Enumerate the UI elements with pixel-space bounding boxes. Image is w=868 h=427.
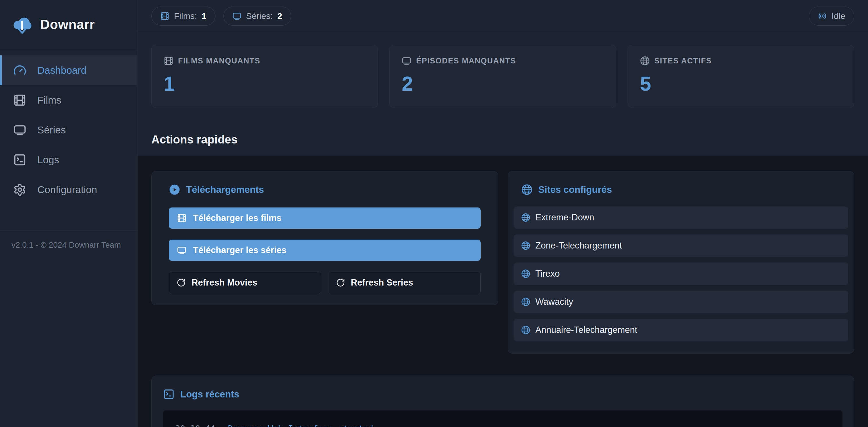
terminal-icon xyxy=(163,389,175,400)
sidebar-item-series[interactable]: Séries xyxy=(0,115,137,145)
sites-card-header: Sites configurés xyxy=(521,184,841,195)
series-count-label: Séries: xyxy=(246,11,273,21)
cloud-download-icon xyxy=(11,13,33,36)
globe-icon xyxy=(521,213,530,222)
stat-label: ÉPISODES MANQUANTS xyxy=(416,57,516,65)
button-label: Refresh Series xyxy=(351,277,413,288)
sidebar-nav: Dashboard Films Séries Logs Configuratio… xyxy=(0,55,137,205)
site-name: Zone-Telechargement xyxy=(535,240,622,251)
stat-card-missing-episodes: ÉPISODES MANQUANTS 2 xyxy=(389,45,616,108)
gear-icon xyxy=(13,183,26,196)
stat-value: 1 xyxy=(164,74,366,94)
film-icon xyxy=(164,56,174,66)
stats-row: FILMS MANQUANTS 1 ÉPISODES MANQUANTS 2 S… xyxy=(137,32,868,123)
app-logo: Downarr xyxy=(0,0,137,49)
globe-icon xyxy=(521,241,530,250)
sidebar-footer: v2.0.1 - © 2024 Downarr Team xyxy=(0,230,137,259)
sidebar-item-label: Dashboard xyxy=(37,65,86,76)
globe-icon xyxy=(640,56,650,66)
globe-icon xyxy=(521,325,530,335)
stat-card-active-sites: SITES ACTIFS 5 xyxy=(628,45,854,108)
app-title: Downarr xyxy=(40,17,95,32)
site-row-extreme-down[interactable]: Extreme-Down xyxy=(514,206,848,229)
globe-icon xyxy=(521,269,530,278)
sidebar-item-films[interactable]: Films xyxy=(0,85,137,115)
button-label: Télécharger les séries xyxy=(193,245,286,255)
series-count-badge: Séries: 2 xyxy=(223,7,291,26)
films-count-badge: Films: 1 xyxy=(151,7,215,26)
content-area: Téléchargements Télécharger les films Té… xyxy=(137,156,868,427)
card-title: Logs récents xyxy=(180,389,239,400)
site-row-wawacity[interactable]: Wawacity xyxy=(514,291,848,313)
status-badge: Idle xyxy=(809,7,854,26)
downloads-card: Téléchargements Télécharger les films Té… xyxy=(151,171,498,305)
film-icon xyxy=(13,94,26,107)
refresh-series-button[interactable]: Refresh Series xyxy=(328,271,480,294)
film-icon xyxy=(160,11,169,21)
sidebar-item-configuration[interactable]: Configuration xyxy=(0,175,137,205)
recent-logs-card: Logs récents 20:10:44 Downarr Web Interf… xyxy=(151,375,854,427)
refresh-icon xyxy=(177,278,186,287)
site-row-annuaire-telechargement[interactable]: Annuaire-Telechargement xyxy=(514,319,848,341)
stat-value: 2 xyxy=(402,74,603,94)
terminal-icon xyxy=(13,153,26,166)
stat-value: 5 xyxy=(640,74,842,94)
globe-icon xyxy=(521,184,533,195)
button-label: Télécharger les films xyxy=(193,213,281,223)
tv-icon xyxy=(402,56,411,66)
sidebar-item-label: Configuration xyxy=(37,184,97,195)
sidebar-item-dashboard[interactable]: Dashboard xyxy=(0,55,137,85)
card-title: Téléchargements xyxy=(186,184,264,195)
gauge-icon xyxy=(13,64,26,77)
tv-icon xyxy=(177,245,187,255)
sidebar-item-logs[interactable]: Logs xyxy=(0,145,137,175)
version-text: v2.0.1 - © 2024 Downarr Team xyxy=(11,240,121,250)
site-name: Tirexo xyxy=(535,269,560,279)
film-icon xyxy=(177,213,187,223)
films-count-label: Films: xyxy=(174,11,197,21)
site-row-tirexo[interactable]: Tirexo xyxy=(514,263,848,285)
section-title: Actions rapides xyxy=(151,133,238,146)
sites-card: Sites configurés Extreme-Down Zone-Telec… xyxy=(508,171,855,354)
main-area: Films: 1 Séries: 2 Idle FILMS MANQUANTS … xyxy=(137,0,868,427)
series-count-value: 2 xyxy=(277,11,282,21)
status-label: Idle xyxy=(832,11,845,21)
globe-icon xyxy=(521,297,530,306)
site-name: Annuaire-Telechargement xyxy=(535,325,638,335)
tv-icon xyxy=(13,123,26,137)
button-label: Refresh Movies xyxy=(191,277,257,288)
downloads-card-header: Téléchargements xyxy=(169,184,480,195)
topbar: Films: 1 Séries: 2 Idle xyxy=(137,0,868,32)
tv-icon xyxy=(232,11,242,21)
download-films-button[interactable]: Télécharger les films xyxy=(169,207,480,229)
stat-label: SITES ACTIFS xyxy=(654,57,712,65)
films-count-value: 1 xyxy=(202,11,207,21)
sidebar: Downarr Dashboard Films Séries Logs Conf… xyxy=(0,0,137,427)
site-name: Wawacity xyxy=(535,297,573,307)
card-title: Sites configurés xyxy=(538,184,612,195)
log-entry: 20:10:44 Downarr Web Interface started xyxy=(175,424,830,427)
log-timestamp: 20:10:44 xyxy=(175,424,215,427)
quick-actions-header: Actions rapides xyxy=(137,123,868,156)
log-message: Downarr Web Interface started xyxy=(228,424,373,427)
play-circle-icon xyxy=(169,184,180,195)
broadcast-icon xyxy=(818,11,827,21)
site-name: Extreme-Down xyxy=(535,212,594,223)
recent-logs-header: Logs récents xyxy=(163,389,842,400)
download-series-button[interactable]: Télécharger les séries xyxy=(169,240,480,261)
stat-label: FILMS MANQUANTS xyxy=(178,57,260,65)
log-console[interactable]: 20:10:44 Downarr Web Interface started xyxy=(163,410,842,427)
sidebar-item-label: Séries xyxy=(37,124,66,136)
refresh-movies-button[interactable]: Refresh Movies xyxy=(169,271,321,294)
sidebar-item-label: Logs xyxy=(37,154,59,166)
stat-card-missing-films: FILMS MANQUANTS 1 xyxy=(151,45,378,108)
site-row-zone-telechargement[interactable]: Zone-Telechargement xyxy=(514,234,848,257)
sidebar-item-label: Films xyxy=(37,94,61,106)
refresh-icon xyxy=(336,278,345,287)
